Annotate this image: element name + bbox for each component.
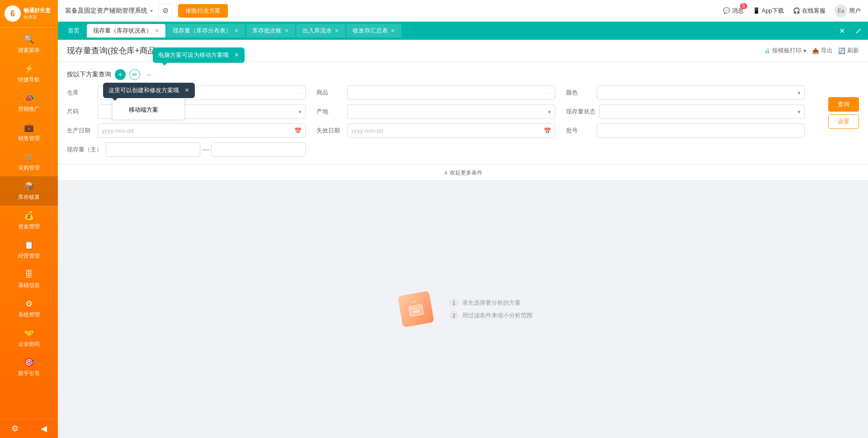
sidebar-item-operation-label: 经营管理 — [18, 252, 40, 260]
collapse-button[interactable]: ∧ 收起更多条件 — [444, 169, 482, 177]
filter-row-origin: 产地 ▾ — [316, 104, 555, 119]
system-nav-icon: ⚙ — [24, 298, 34, 309]
sidebar-settings-btn[interactable]: ⚙ — [11, 424, 19, 433]
newbie-nav-icon: 🎯 — [24, 357, 34, 368]
tab-close-all-button[interactable]: ✕ — [835, 24, 848, 37]
sidebar-item-newbie-label: 新手引导 — [18, 370, 40, 377]
sidebar-logo: 6 畅通好生意 标准版 — [0, 0, 58, 28]
tab-receive-send[interactable]: 收发存汇总表 ✕ — [346, 24, 401, 38]
origin-dropdown-icon: ▾ — [548, 108, 551, 115]
empty-box-icon — [397, 291, 434, 328]
prod-date-placeholder: yyyy-mm-dd — [102, 127, 134, 134]
sidebar-item-operation[interactable]: 📋 经营管理 — [0, 235, 58, 264]
tab-receive-send-close[interactable]: ✕ — [391, 28, 395, 34]
filter-edit-button[interactable]: ✏ — [129, 69, 140, 80]
sidebar-item-purchase[interactable]: 🛒 采购管理 — [0, 147, 58, 176]
app-download-button[interactable]: 📱 App下载 — [753, 7, 784, 15]
batch-no-label: 批号 — [566, 127, 593, 135]
tab-batch-ledger-close[interactable]: ✕ — [284, 28, 289, 34]
tab-inventory-dist-label: 现存量（库存分布表） — [173, 27, 231, 35]
sidebar-bottom: ⚙ ◀ — [0, 419, 58, 438]
stock-qty-max-input[interactable] — [211, 142, 306, 157]
sidebar-collapse-btn[interactable]: ◀ — [41, 424, 47, 433]
filter-arrow-button[interactable]: ← — [144, 69, 155, 80]
user-label: 用户 — [849, 7, 861, 15]
sidebar-item-guide-label: 快捷导航 — [18, 76, 40, 84]
empty-step-1-num: 1 — [449, 298, 458, 307]
main-area: 装备及固定资产辅助管理系统 ▾ ⚙ 体验行业方案 💬 消息 8 📱 App下载 … — [58, 0, 868, 438]
goods-label: 商品 — [316, 89, 344, 97]
search-nav-icon: 🔍 — [24, 34, 34, 45]
sidebar-item-system[interactable]: ⚙ 系统管理 — [0, 294, 58, 323]
filter-header: 按以下方案查询 + ✏ ← 电脑方案可设为移动方案哦 ✕ 这里可以创建和修改方案… — [67, 69, 859, 80]
tab-inventory-dist-close[interactable]: ✕ — [234, 28, 239, 34]
sidebar-item-search[interactable]: 🔍 搜索菜单 — [0, 29, 58, 59]
prod-date-input[interactable]: yyyy-mm-dd 📅 — [98, 123, 306, 138]
prod-date-calendar-icon[interactable]: 📅 — [294, 127, 302, 134]
tab-inventory-status[interactable]: 现存量（库存状况表） ✕ — [87, 24, 165, 38]
expire-date-input[interactable]: yyyy-mm-dd 📅 — [347, 123, 555, 138]
tab-inventory-status-close[interactable]: ✕ — [155, 28, 159, 34]
color-select[interactable]: ▾ — [597, 85, 805, 100]
size-dropdown-icon: ▾ — [298, 108, 302, 115]
tab-home-label: 首页 — [68, 27, 80, 35]
sidebar-item-enterprise[interactable]: 🤝 企业协同 — [0, 323, 58, 353]
sidebar-item-guide[interactable]: ⚡ 快捷导航 — [0, 59, 58, 88]
tab-receive-send-label: 收发存汇总表 — [353, 27, 388, 35]
tab-batch-ledger[interactable]: 库存批次账 ✕ — [246, 24, 295, 38]
stock-qty-min-input[interactable] — [106, 142, 200, 157]
sidebar-item-marketing[interactable]: 📣 营销推广 — [0, 88, 58, 118]
empty-step-2-num: 2 — [449, 311, 458, 320]
pc-scheme-tooltip-close[interactable]: ✕ — [234, 52, 239, 58]
experience-button[interactable]: 体验行业方案 — [178, 4, 228, 18]
refresh-label: 刷新 — [847, 47, 859, 55]
refresh-icon: 🔄 — [838, 47, 845, 54]
create-scheme-tooltip-close[interactable]: ✕ — [184, 87, 189, 94]
message-button[interactable]: 💬 消息 8 — [723, 7, 744, 15]
reset-button[interactable]: 设置 — [828, 114, 859, 129]
search-button[interactable]: 查询 — [828, 97, 859, 112]
settings-button[interactable]: ⚙ — [158, 4, 173, 18]
tab-inout-flow[interactable]: 出入库流水 ✕ — [296, 24, 345, 38]
top-header: 装备及固定资产辅助管理系统 ▾ ⚙ 体验行业方案 💬 消息 8 📱 App下载 … — [58, 0, 868, 22]
action-buttons: 查询 设置 — [828, 97, 859, 129]
user-button[interactable]: Ea 用户 — [835, 5, 861, 17]
tab-home[interactable]: 首页 — [61, 24, 86, 38]
export-button[interactable]: 📤 导出 — [812, 47, 833, 55]
goods-select[interactable]: ··· — [347, 85, 555, 100]
collapse-label: 收起更多条件 — [450, 169, 482, 177]
sales-nav-icon: 💼 — [24, 122, 34, 133]
tab-expand-button[interactable]: ⤢ — [852, 24, 864, 37]
sidebar-item-inventory[interactable]: 📦 库存核算 — [0, 176, 58, 206]
filter-add-button[interactable]: + — [115, 69, 126, 80]
filter-row-batch-no: 批号 — [566, 123, 805, 138]
batch-no-input[interactable] — [597, 123, 805, 138]
collapse-icon: ∧ — [444, 170, 448, 176]
sidebar-item-newbie[interactable]: 🎯 新手引导 — [0, 353, 58, 382]
stock-status-select[interactable]: ▾ — [599, 104, 805, 119]
tab-inventory-status-label: 现存量（库存状况表） — [93, 27, 152, 35]
enterprise-nav-icon: 🤝 — [24, 328, 34, 339]
sidebar-item-inventory-label: 库存核算 — [18, 193, 40, 201]
sidebar-item-basic-label: 基础信息 — [18, 282, 40, 289]
scheme-item-mobile[interactable]: 移动端方案 — [113, 102, 184, 118]
empty-state: 1 请先选择要分析的方案 2 用过滤条件来缩小分析范围 — [58, 181, 868, 438]
sidebar-item-finance[interactable]: 💰 资金管理 — [0, 206, 58, 235]
tab-inout-flow-close[interactable]: ✕ — [335, 28, 339, 34]
sidebar-item-marketing-label: 营销推广 — [18, 105, 40, 113]
pc-scheme-tooltip-text: 电脑方案可设为移动方案哦 — [158, 52, 229, 58]
tab-inventory-dist[interactable]: 现存量（库存分布表） ✕ — [166, 24, 245, 38]
sidebar-item-sales[interactable]: 💼 销售管理 — [0, 118, 58, 147]
empty-step-2-text: 用过滤条件来缩小分析范围 — [462, 311, 533, 320]
origin-select[interactable]: ▾ — [347, 104, 555, 119]
filter-row-stock-qty: 现存量（主） — — [67, 142, 306, 157]
print-button[interactable]: 🖨 按模板打印 ▾ — [764, 47, 807, 55]
filter-section: 按以下方案查询 + ✏ ← 电脑方案可设为移动方案哦 ✕ 这里可以创建和修改方案… — [58, 62, 868, 165]
system-dropdown-icon[interactable]: ▾ — [150, 8, 153, 14]
export-label: 导出 — [821, 47, 833, 55]
expire-date-calendar-icon[interactable]: 📅 — [544, 127, 551, 134]
sidebar-item-basic[interactable]: 🗄 基础信息 — [0, 264, 58, 294]
refresh-button[interactable]: 🔄 刷新 — [838, 47, 859, 55]
range-separator: — — [202, 146, 209, 154]
support-button[interactable]: 🎧 在线客服 — [793, 7, 826, 15]
